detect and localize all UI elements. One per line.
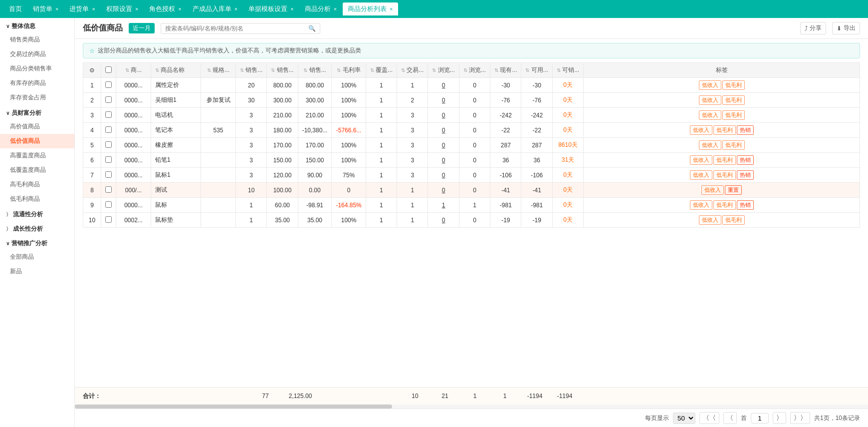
page-prev-btn[interactable]: 〈 bbox=[723, 412, 737, 424]
sidebar-item-new-goods[interactable]: 新品 bbox=[0, 264, 74, 279]
th-browse2[interactable]: ⇅ 浏览... bbox=[459, 63, 490, 78]
nav-close-role[interactable]: × bbox=[178, 6, 181, 12]
th-margin[interactable]: ⇅ 毛利率 bbox=[332, 63, 366, 78]
row-checkbox-cell[interactable] bbox=[101, 168, 116, 183]
th-stock2[interactable]: ⇅ 可用... bbox=[521, 63, 552, 78]
row-checkbox-cell[interactable] bbox=[101, 123, 116, 138]
nav-role[interactable]: 角色授权 × bbox=[144, 2, 186, 15]
row-browse1[interactable]: 0 bbox=[428, 93, 459, 108]
browse-link[interactable]: 0 bbox=[442, 127, 445, 134]
sidebar-item-high-margin[interactable]: 高毛利商品 bbox=[0, 177, 74, 192]
search-input[interactable] bbox=[165, 25, 308, 32]
nav-close-purchase[interactable]: × bbox=[92, 6, 95, 12]
row-checkbox-cell[interactable] bbox=[101, 108, 116, 123]
page-next-btn[interactable]: 〉 bbox=[773, 412, 786, 424]
th-sales1[interactable]: ⇅ 销售... bbox=[236, 63, 267, 78]
row-checkbox-cell[interactable] bbox=[101, 198, 116, 213]
browse-link[interactable]: 0 bbox=[442, 172, 445, 179]
nav-home[interactable]: 首页 bbox=[4, 2, 27, 15]
th-sales3[interactable]: ⇅ 销售... bbox=[298, 63, 332, 78]
nav-close-product-stock[interactable]: × bbox=[234, 6, 237, 12]
row-checkbox-cell[interactable] bbox=[101, 213, 116, 228]
th-sales2[interactable]: ⇅ 销售... bbox=[267, 63, 298, 78]
sidebar-item-low-coverage[interactable]: 低覆盖度商品 bbox=[0, 163, 74, 177]
th-trade[interactable]: ⇅ 交易... bbox=[397, 63, 428, 78]
browse-link[interactable]: 0 bbox=[442, 82, 445, 89]
sidebar-item-traded-goods[interactable]: 交易过的商品 bbox=[0, 47, 74, 61]
nav-close-permission[interactable]: × bbox=[135, 6, 138, 12]
page-first-btn[interactable]: 〈〈 bbox=[699, 412, 719, 424]
sidebar-item-low-value[interactable]: 低价值商品 bbox=[0, 134, 74, 148]
scroll-bar-thumb[interactable] bbox=[75, 405, 392, 409]
row-checkbox[interactable] bbox=[105, 201, 112, 208]
export-button[interactable]: ⬇ 导出 bbox=[832, 22, 860, 34]
browse-link[interactable]: 0 bbox=[442, 97, 445, 104]
sidebar-group-marketing[interactable]: ∨ 营销推广分析 bbox=[0, 235, 74, 250]
browse-link[interactable]: 0 bbox=[442, 112, 445, 119]
nav-sales[interactable]: 销货单 × bbox=[28, 2, 63, 15]
row-checkbox[interactable] bbox=[105, 216, 112, 223]
row-browse1[interactable]: 0 bbox=[428, 123, 459, 138]
row-browse1[interactable]: 0 bbox=[428, 153, 459, 168]
nav-product-stock[interactable]: 产成品入库单 × bbox=[188, 2, 242, 15]
sidebar-item-low-margin[interactable]: 低毛利商品 bbox=[0, 192, 74, 206]
row-checkbox-cell[interactable] bbox=[101, 153, 116, 168]
th-spec[interactable]: ⇅ 规格... bbox=[201, 63, 236, 78]
row-checkbox[interactable] bbox=[105, 186, 112, 193]
row-browse1[interactable]: 0 bbox=[428, 138, 459, 153]
nav-close-goods-list[interactable]: × bbox=[390, 6, 393, 12]
sidebar-item-stock-fund[interactable]: 库存资金占用 bbox=[0, 90, 74, 105]
sidebar-group-overview[interactable]: ∨ 整体信息 bbox=[0, 18, 74, 32]
browse-link[interactable]: 0 bbox=[442, 187, 445, 194]
nav-goods-analysis[interactable]: 商品分析 × bbox=[300, 2, 342, 15]
row-browse1[interactable]: 0 bbox=[428, 213, 459, 228]
nav-close-template[interactable]: × bbox=[290, 6, 293, 12]
sidebar-group-liquidity[interactable]: 〉 流通性分析 bbox=[0, 206, 74, 221]
row-checkbox[interactable] bbox=[105, 141, 112, 148]
browse-link[interactable]: 0 bbox=[442, 142, 445, 149]
th-stock1[interactable]: ⇅ 现有... bbox=[490, 63, 521, 78]
sidebar-item-category-sales-rate[interactable]: 商品分类销售率 bbox=[0, 61, 74, 76]
th-name[interactable]: ⇅ 商品名称 bbox=[151, 63, 201, 78]
th-stock3[interactable]: ⇅ 可销... bbox=[552, 63, 583, 78]
row-checkbox-cell[interactable] bbox=[101, 93, 116, 108]
search-icon[interactable]: 🔍 bbox=[308, 25, 316, 32]
sidebar-item-high-coverage[interactable]: 高覆盖度商品 bbox=[0, 148, 74, 163]
settings-icon[interactable]: ⚙ bbox=[89, 67, 95, 74]
row-browse1[interactable]: 0 bbox=[428, 168, 459, 183]
row-browse1[interactable]: 0 bbox=[428, 108, 459, 123]
nav-goods-analysis-list[interactable]: 商品分析列表 × bbox=[343, 2, 398, 15]
time-filter-btn[interactable]: 近一月 bbox=[129, 23, 155, 33]
sidebar-group-finance[interactable]: ∨ 员财富分析 bbox=[0, 105, 74, 119]
sidebar-item-in-stock-goods[interactable]: 有库存的商品 bbox=[0, 76, 74, 90]
row-checkbox[interactable] bbox=[105, 156, 112, 163]
sidebar-item-all-goods[interactable]: 全部商品 bbox=[0, 250, 74, 264]
sidebar-item-sales-goods[interactable]: 销售类商品 bbox=[0, 32, 74, 47]
horizontal-scrollbar[interactable] bbox=[75, 405, 868, 409]
browse-link[interactable]: 0 bbox=[442, 157, 445, 164]
nav-permission[interactable]: 权限设置 × bbox=[101, 2, 143, 15]
page-number-input[interactable]: 1 bbox=[751, 413, 769, 424]
page-last-btn[interactable]: 〉〉 bbox=[790, 412, 810, 424]
row-browse1[interactable]: 0 bbox=[428, 78, 459, 93]
row-checkbox[interactable] bbox=[105, 111, 112, 118]
row-checkbox-cell[interactable] bbox=[101, 138, 116, 153]
th-checkbox[interactable] bbox=[101, 63, 116, 78]
row-browse1[interactable]: 0 bbox=[428, 183, 459, 198]
th-coverage[interactable]: ⇅ 覆盖... bbox=[366, 63, 397, 78]
th-code[interactable]: ⇅ 商... bbox=[116, 63, 151, 78]
row-checkbox[interactable] bbox=[105, 171, 112, 178]
row-checkbox-cell[interactable] bbox=[101, 183, 116, 198]
per-page-select[interactable]: 50 bbox=[673, 413, 695, 424]
nav-template[interactable]: 单据模板设置 × bbox=[243, 2, 298, 15]
row-checkbox-cell[interactable] bbox=[101, 78, 116, 93]
th-settings[interactable]: ⚙ bbox=[83, 63, 101, 78]
share-button[interactable]: ⤴ 分享 bbox=[800, 22, 826, 34]
row-checkbox[interactable] bbox=[105, 96, 112, 103]
browse-link[interactable]: 1 bbox=[442, 202, 445, 209]
nav-close-goods-analysis[interactable]: × bbox=[334, 6, 337, 12]
row-checkbox[interactable] bbox=[105, 126, 112, 133]
select-all-checkbox[interactable] bbox=[105, 66, 112, 73]
sidebar-group-growth[interactable]: 〉 成长性分析 bbox=[0, 221, 74, 235]
nav-close-sales[interactable]: × bbox=[55, 6, 58, 12]
